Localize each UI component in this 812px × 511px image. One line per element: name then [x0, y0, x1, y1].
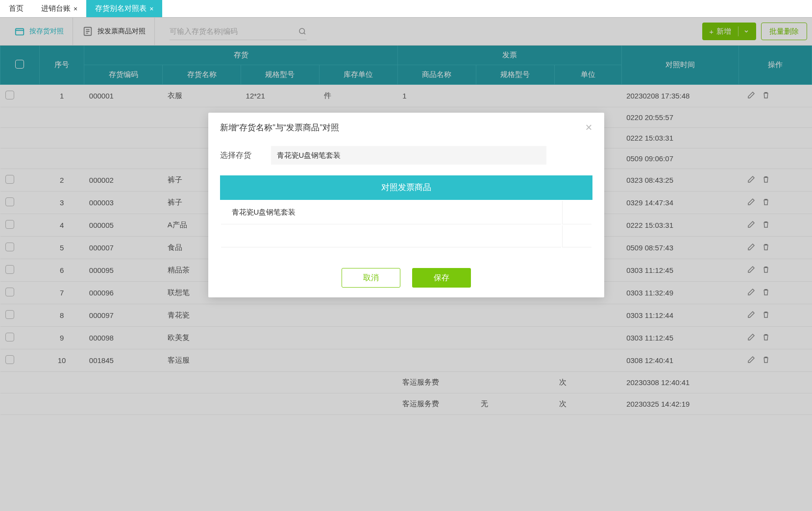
tab-ledger[interactable]: 进销台账 × — [32, 0, 86, 17]
match-table: 青花瓷U盘钢笔套装 — [220, 200, 592, 248]
page-tabs: 首页 进销台账 × 存货别名对照表 × — [0, 0, 812, 17]
tab-label: 进销台账 — [41, 4, 71, 13]
close-icon[interactable]: × — [74, 5, 77, 13]
select-stock-row: 选择存货 — [220, 146, 592, 165]
tab-home[interactable]: 首页 — [0, 0, 32, 17]
cancel-button[interactable]: 取消 — [342, 268, 400, 288]
match-row: 青花瓷U盘钢笔套装 — [221, 201, 591, 224]
tab-label: 存货别名对照表 — [95, 4, 147, 13]
select-stock-label: 选择存货 — [220, 150, 251, 161]
tab-label: 首页 — [9, 4, 24, 13]
modal-footer: 取消 保存 — [208, 248, 604, 288]
save-button[interactable]: 保存 — [412, 268, 471, 288]
match-row-empty — [221, 225, 591, 247]
tab-alias-table[interactable]: 存货别名对照表 × — [86, 0, 162, 17]
add-mapping-modal: 新增“存货名称”与“发票商品”对照 × 选择存货 对照发票商品 青花瓷U盘钢笔套… — [208, 113, 604, 297]
close-icon[interactable]: × — [149, 5, 153, 13]
close-icon[interactable]: × — [585, 122, 592, 133]
modal-overlay: 新增“存货名称”与“发票商品”对照 × 选择存货 对照发票商品 青花瓷U盘钢笔套… — [0, 17, 812, 511]
modal-title: 新增“存货名称”与“发票商品”对照 — [220, 122, 340, 133]
select-stock-input[interactable] — [271, 146, 546, 165]
modal-body: 选择存货 对照发票商品 青花瓷U盘钢笔套装 — [208, 141, 604, 248]
match-row-action[interactable] — [562, 201, 591, 224]
modal-header: 新增“存货名称”与“发票商品”对照 × — [208, 113, 604, 141]
match-item-name: 青花瓷U盘钢笔套装 — [221, 201, 561, 224]
section-title: 对照发票商品 — [220, 175, 592, 200]
